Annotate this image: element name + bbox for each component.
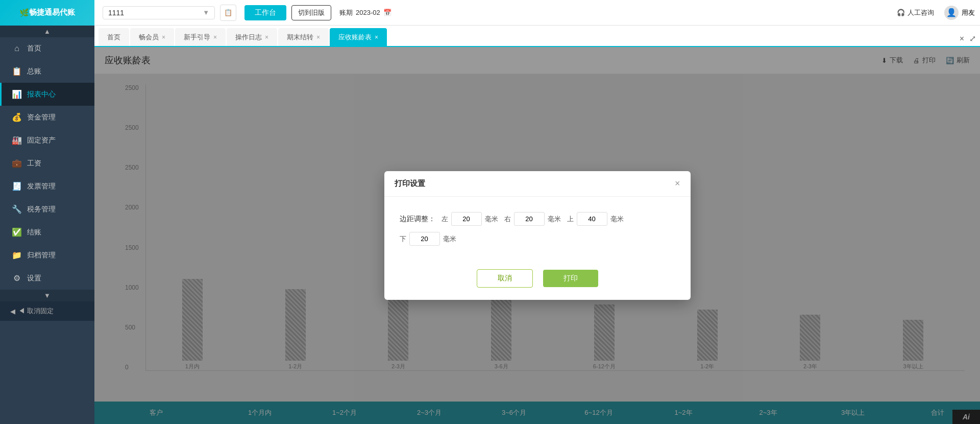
sidebar-label-ledger: 总账 <box>27 67 41 76</box>
user-area[interactable]: 👤 用友 <box>944 6 975 20</box>
sidebar-item-settings[interactable]: ⚙ 设置 <box>0 267 94 290</box>
tab-guide-close[interactable]: × <box>213 34 217 41</box>
margin-left-item: 左 毫米 <box>442 212 498 226</box>
salary-icon: 💼 <box>12 158 22 168</box>
tab-member-close[interactable]: × <box>162 34 165 41</box>
home-icon: ⌂ <box>12 44 22 53</box>
modal-title: 打印设置 <box>395 179 425 189</box>
sidebar-label-invoice: 发票管理 <box>27 182 56 191</box>
top-header: 🌿 畅捷通易代账 1111 ▼ 📋 工作台 切到旧版 账期 2023-02 📅 … <box>0 0 980 26</box>
window-close-icon[interactable]: × <box>960 34 964 43</box>
margin-right-input[interactable] <box>514 212 545 226</box>
sidebar-label-settings: 设置 <box>27 274 41 283</box>
margin-label: 边距调整： <box>400 215 435 224</box>
sidebar-item-funds[interactable]: 💰 资金管理 <box>0 106 94 129</box>
tab-member[interactable]: 畅会员 × <box>130 28 174 46</box>
sidebar: ▲ ⌂ 首页 📋 总账 📊 报表中心 💰 资金管理 🏭 固定资产 💼 工资 🧾 … <box>0 26 94 424</box>
content-area: 首页 畅会员 × 新手引导 × 操作日志 × 期末结转 × 应收账龄表 × <box>94 26 980 424</box>
support-button[interactable]: 🎧 人工咨询 <box>897 8 934 17</box>
logo-icon: 🌿 <box>19 8 29 17</box>
logo-text: 畅捷通易代账 <box>29 8 75 17</box>
sidebar-item-ledger[interactable]: 📋 总账 <box>0 60 94 83</box>
tab-oplog[interactable]: 操作日志 × <box>227 28 277 46</box>
tab-home[interactable]: 首页 <box>99 28 129 46</box>
settlement-icon: ✅ <box>12 227 22 237</box>
tab-aging-label: 应收账龄表 <box>338 33 372 42</box>
margin-right-item: 右 毫米 <box>504 212 561 226</box>
margin-row: 边距调整： 左 毫米 右 毫米 <box>400 212 675 246</box>
collapse-label: ◀ 取消固定 <box>18 307 54 316</box>
app-logo: 🌿 畅捷通易代账 <box>0 0 94 26</box>
right-unit: 毫米 <box>548 215 561 224</box>
sidebar-label-settlement: 结账 <box>27 228 41 237</box>
window-expand-icon[interactable]: ⤢ <box>969 34 976 43</box>
company-name: 1111 <box>108 9 199 17</box>
main-layout: ▲ ⌂ 首页 📋 总账 📊 报表中心 💰 资金管理 🏭 固定资产 💼 工资 🧾 … <box>0 26 980 424</box>
account-period: 账期 2023-02 📅 <box>339 8 391 17</box>
margin-left-input[interactable] <box>451 212 482 226</box>
right-label: 右 <box>504 215 511 224</box>
sidebar-item-fixed-assets[interactable]: 🏭 固定资产 <box>0 129 94 152</box>
tab-guide[interactable]: 新手引导 × <box>175 28 226 46</box>
tab-aging[interactable]: 应收账龄表 × <box>330 28 387 46</box>
modal-body: 边距调整： 左 毫米 右 毫米 <box>384 197 691 261</box>
margin-bottom-input[interactable] <box>409 232 440 246</box>
tab-aging-close[interactable]: × <box>375 34 378 41</box>
fixed-assets-icon: 🏭 <box>12 135 22 145</box>
sidebar-item-settlement[interactable]: ✅ 结账 <box>0 221 94 244</box>
tax-icon: 🔧 <box>12 204 22 214</box>
chevron-down-icon: ▼ <box>203 9 209 16</box>
tab-window-actions: × ⤢ <box>960 34 976 46</box>
company-selector[interactable]: 1111 ▼ <box>103 6 215 19</box>
left-unit: 毫米 <box>485 215 498 224</box>
account-period-label: 账期 <box>339 8 353 17</box>
header-right: 🎧 人工咨询 👤 用友 <box>897 6 975 20</box>
modal-overlay: 打印设置 × 边距调整： 左 毫米 右 <box>94 47 980 424</box>
sidebar-label-funds: 资金管理 <box>27 113 56 122</box>
switch-old-button[interactable]: 切到旧版 <box>291 5 331 20</box>
cancel-button[interactable]: 取消 <box>477 269 533 288</box>
account-period-value: 2023-02 <box>356 9 380 16</box>
sidebar-scroll-down[interactable]: ▼ <box>0 290 94 301</box>
collapse-icon: ◀ <box>10 308 15 315</box>
modal-close-icon[interactable]: × <box>675 178 680 189</box>
margin-bottom-item: 下 毫米 <box>400 232 456 246</box>
sidebar-label-salary: 工资 <box>27 159 41 168</box>
sidebar-label-reports: 报表中心 <box>27 90 56 99</box>
sidebar-item-invoice[interactable]: 🧾 发票管理 <box>0 175 94 198</box>
top-label: 上 <box>567 215 574 224</box>
tab-home-label: 首页 <box>107 33 120 42</box>
copy-icon: 📋 <box>224 9 232 16</box>
sidebar-item-archive[interactable]: 📁 归档管理 <box>0 244 94 267</box>
tab-oplog-label: 操作日志 <box>235 33 262 42</box>
sidebar-scroll-up[interactable]: ▲ <box>0 26 94 37</box>
sidebar-label-home: 首页 <box>27 44 41 53</box>
tab-oplog-close[interactable]: × <box>265 34 268 41</box>
funds-icon: 💰 <box>12 112 22 122</box>
ledger-icon: 📋 <box>12 66 22 76</box>
print-settings-modal: 打印设置 × 边距调整： 左 毫米 右 <box>384 171 691 300</box>
copy-button[interactable]: 📋 <box>220 5 236 21</box>
tab-period-end[interactable]: 期末结转 × <box>278 28 329 46</box>
modal-footer: 取消 打印 <box>384 261 691 300</box>
page-content: 应收账龄表 ⬇ 下载 🖨 打印 🔄 刷新 <box>94 47 980 424</box>
calendar-icon[interactable]: 📅 <box>383 9 391 16</box>
reports-icon: 📊 <box>12 89 22 99</box>
margin-top-input[interactable] <box>577 212 607 226</box>
user-name: 用友 <box>962 8 975 17</box>
workbench-button[interactable]: 工作台 <box>244 5 286 20</box>
print-confirm-button[interactable]: 打印 <box>543 270 598 287</box>
tab-member-label: 畅会员 <box>139 33 159 42</box>
sidebar-item-tax[interactable]: 🔧 税务管理 <box>0 198 94 221</box>
sidebar-item-home[interactable]: ⌂ 首页 <box>0 37 94 60</box>
sidebar-label-tax: 税务管理 <box>27 205 56 214</box>
sidebar-collapse-button[interactable]: ◀ ◀ 取消固定 <box>0 301 94 321</box>
tab-period-end-label: 期末结转 <box>287 33 313 42</box>
sidebar-item-salary[interactable]: 💼 工资 <box>0 152 94 175</box>
tab-period-end-close[interactable]: × <box>316 34 320 41</box>
sidebar-label-archive: 归档管理 <box>27 251 56 260</box>
settings-icon: ⚙ <box>12 273 22 283</box>
sidebar-item-reports[interactable]: 📊 报表中心 <box>0 83 94 106</box>
top-unit: 毫米 <box>610 215 624 224</box>
headset-icon: 🎧 <box>897 9 905 16</box>
